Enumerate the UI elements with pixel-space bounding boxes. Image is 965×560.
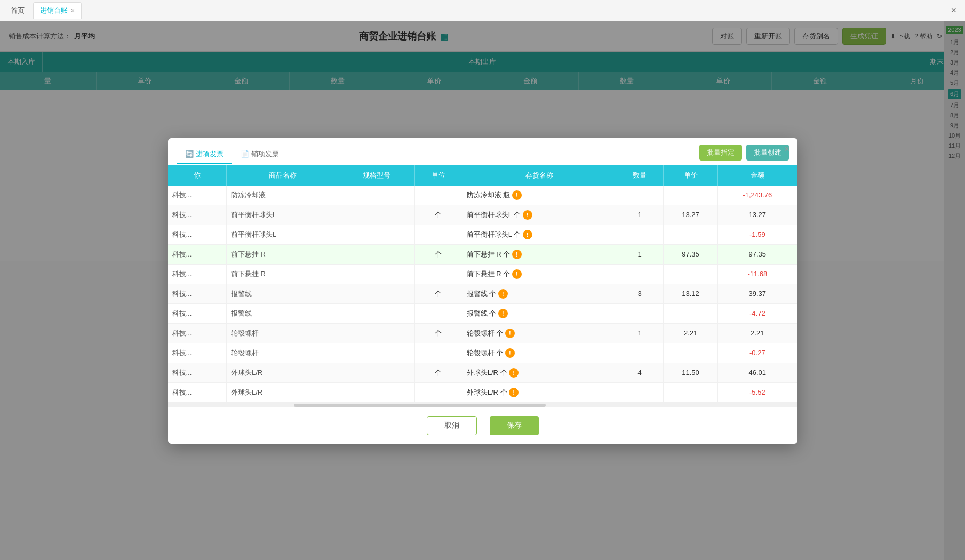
modal-close-button[interactable]: × — [784, 143, 790, 155]
tab-active[interactable]: 进销台账 × — [33, 2, 82, 19]
cell-unit-10 — [415, 382, 462, 402]
cell-amount-5: 39.37 — [718, 284, 797, 303]
cell-you-5: 科技... — [168, 284, 227, 303]
cell-unit-0 — [415, 186, 462, 205]
col-amount: 金额 — [718, 165, 797, 186]
cell-amount-7: 2.21 — [718, 323, 797, 343]
modal-header: 🔄 进项发票 📄 销项发票 批量指定 批量创建 × — [168, 138, 797, 165]
tab-outgoing-label: 销项发票 — [251, 149, 279, 159]
cell-amount-10: -5.52 — [718, 382, 797, 402]
btn-batch-assign[interactable]: 批量指定 — [699, 145, 742, 161]
btn-save[interactable]: 保存 — [490, 416, 539, 435]
horizontal-scrollbar[interactable] — [168, 403, 797, 407]
cell-unit-4 — [415, 264, 462, 284]
col-spec: 规格型号 — [339, 165, 414, 186]
tab-incoming-invoice[interactable]: 🔄 进项发票 — [177, 145, 232, 164]
col-unit: 单位 — [415, 165, 462, 186]
cell-unit-3: 个 — [415, 244, 462, 264]
cell-product-6: 报警线 — [226, 303, 339, 323]
cell-price-3: 97.35 — [663, 244, 717, 264]
cell-unit-7: 个 — [415, 323, 462, 343]
cell-amount-9: 46.01 — [718, 363, 797, 382]
cell-qty-7: 1 — [616, 323, 664, 343]
table-row: 科技... 轮毂螺杆 个 轮毂螺杆 个 ! 1 2.21 2.21 — [168, 323, 797, 343]
cell-product-4: 前下悬挂 R — [226, 264, 339, 284]
main-area: 销售成本计算方法： 月平均 商贸企业进销台账 ▦ 对账 重新开账 存货别名 生成… — [0, 21, 965, 560]
table-row: 科技... 防冻冷却液 防冻冷却液 瓶 ! -1,243.76 — [168, 186, 797, 205]
cell-product-5: 报警线 — [226, 284, 339, 303]
cell-amount-3: 97.35 — [718, 244, 797, 264]
cell-amount-6: -4.72 — [718, 303, 797, 323]
col-qty: 数量 — [616, 165, 664, 186]
cell-you-9: 科技... — [168, 363, 227, 382]
cell-price-8 — [663, 343, 717, 363]
cell-product-7: 轮毂螺杆 — [226, 323, 339, 343]
cell-product-3: 前下悬挂 R — [226, 244, 339, 264]
table-row: 科技... 外球头L/R 个 外球头L/R 个 ! 4 11.50 46.01 — [168, 363, 797, 382]
cell-you-3: 科技... — [168, 244, 227, 264]
cell-qty-8 — [616, 343, 664, 363]
cell-product-8: 轮毂螺杆 — [226, 343, 339, 363]
cell-qty-4 — [616, 264, 664, 284]
cell-qty-3: 1 — [616, 244, 664, 264]
col-you: 你 — [168, 165, 227, 186]
cell-inventory-5: 报警线 个 ! — [462, 284, 616, 303]
cell-price-10 — [663, 382, 717, 402]
col-inventory: 存货名称 — [462, 165, 616, 186]
modal-dialog: 🔄 进项发票 📄 销项发票 批量指定 批量创建 × — [168, 138, 797, 444]
table-row: 科技... 前平衡杆球头L 个 前平衡杆球头L 个 ! 1 13.27 13.2… — [168, 205, 797, 225]
warning-icon: ! — [523, 210, 532, 220]
cell-spec-5 — [339, 284, 414, 303]
cell-amount-0: -1,243.76 — [718, 186, 797, 205]
tab-incoming-label: 进项发票 — [196, 149, 224, 159]
cell-unit-2 — [415, 225, 462, 244]
cell-spec-2 — [339, 225, 414, 244]
cell-product-1: 前平衡杆球头L — [226, 205, 339, 225]
tab-close-icon[interactable]: × — [71, 2, 75, 19]
cell-inventory-6: 报警线 个 ! — [462, 303, 616, 323]
cell-unit-8 — [415, 343, 462, 363]
cell-price-1: 13.27 — [663, 205, 717, 225]
warning-icon: ! — [512, 250, 522, 259]
cell-unit-5: 个 — [415, 284, 462, 303]
cell-inventory-4: 前下悬挂 R 个 ! — [462, 264, 616, 284]
top-bar: 首页 进销台账 × × — [0, 0, 965, 21]
cell-amount-8: -0.27 — [718, 343, 797, 363]
cell-you-7: 科技... — [168, 323, 227, 343]
warning-icon: ! — [509, 368, 519, 378]
cell-qty-9: 4 — [616, 363, 664, 382]
scroll-thumb — [294, 404, 546, 407]
cell-price-2 — [663, 225, 717, 244]
cell-price-5: 13.12 — [663, 284, 717, 303]
cell-price-0 — [663, 186, 717, 205]
cell-spec-8 — [339, 343, 414, 363]
cell-you-1: 科技... — [168, 205, 227, 225]
warning-icon: ! — [505, 348, 515, 358]
btn-cancel[interactable]: 取消 — [427, 416, 477, 435]
cell-inventory-0: 防冻冷却液 瓶 ! — [462, 186, 616, 205]
tab-outgoing-invoice[interactable]: 📄 销项发票 — [232, 145, 288, 164]
cell-product-0: 防冻冷却液 — [226, 186, 339, 205]
col-product: 商品名称 — [226, 165, 339, 186]
cell-price-9: 11.50 — [663, 363, 717, 382]
cell-spec-3 — [339, 244, 414, 264]
btn-batch-create[interactable]: 批量创建 — [746, 145, 789, 161]
cell-inventory-1: 前平衡杆球头L 个 ! — [462, 205, 616, 225]
table-row: 科技... 报警线 报警线 个 ! -4.72 — [168, 303, 797, 323]
cell-spec-0 — [339, 186, 414, 205]
tab-home[interactable]: 首页 — [4, 2, 31, 19]
table-row: 科技... 轮毂螺杆 轮毂螺杆 个 ! -0.27 — [168, 343, 797, 363]
cell-qty-6 — [616, 303, 664, 323]
modal-table-container[interactable]: 你 商品名称 规格型号 单位 存货名称 数量 单价 金额 科技... — [168, 165, 797, 403]
cell-spec-6 — [339, 303, 414, 323]
cell-unit-6 — [415, 303, 462, 323]
table-row: 科技... 前下悬挂 R 个 前下悬挂 R 个 ! 1 97.35 97.35 — [168, 244, 797, 264]
window-close-icon[interactable]: × — [946, 5, 961, 16]
cell-you-4: 科技... — [168, 264, 227, 284]
modal-header-actions: 批量指定 批量创建 — [699, 145, 789, 165]
cell-you-10: 科技... — [168, 382, 227, 402]
cell-product-2: 前平衡杆球头L — [226, 225, 339, 244]
cell-qty-0 — [616, 186, 664, 205]
warning-icon: ! — [512, 190, 522, 200]
cell-price-7: 2.21 — [663, 323, 717, 343]
